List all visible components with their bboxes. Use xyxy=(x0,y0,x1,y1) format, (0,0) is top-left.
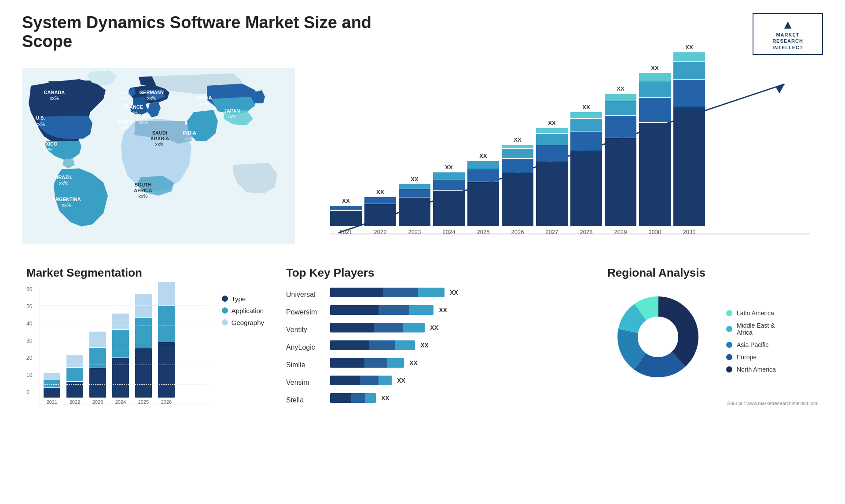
growth-xx-2027: XX xyxy=(548,120,555,126)
player-ventity: Ventity xyxy=(286,324,317,336)
logo-icon: ▲ xyxy=(782,18,794,32)
legend-mea: Middle East &Africa xyxy=(726,322,776,336)
year-label-2023: 2023 xyxy=(408,229,421,235)
legend-north-america: North America xyxy=(726,366,776,373)
legend-label-mea: Middle East &Africa xyxy=(737,322,775,336)
growth-bar-2025: XX 2025 xyxy=(467,153,499,235)
year-label-2021: 2021 xyxy=(340,229,353,235)
players-content: Universal Powersim Ventity AnyLogic Simi… xyxy=(286,286,585,406)
growth-bar-2021: XX 2021 xyxy=(330,197,362,235)
bar-label-anylogic: XX xyxy=(420,342,429,349)
growth-xx-2029: XX xyxy=(617,85,624,92)
growth-bar-2026: XX 2026 xyxy=(502,136,533,235)
seg-legend-application: Application xyxy=(222,307,264,314)
source-text: Source : www.marketresearchintellect.com xyxy=(607,401,819,406)
segmentation-section: Market Segmentation 0 10 20 30 40 50 60 xyxy=(22,262,268,411)
bar-label-stella: XX xyxy=(381,394,389,402)
seg-group-2022: 2022 xyxy=(66,355,83,405)
seg-y-axis: 0 10 20 30 40 50 60 xyxy=(26,286,35,405)
growth-bar-2030: XX 2030 xyxy=(639,65,671,235)
player-anylogic: AnyLogic xyxy=(286,341,317,354)
seg-legend-type-label: Type xyxy=(231,295,246,303)
growth-bar-2024: XX 2024 xyxy=(433,164,465,235)
growth-xx-2026: XX xyxy=(514,136,521,143)
player-bars-list: XX XX xyxy=(330,286,585,406)
growth-xx-2025: XX xyxy=(479,153,487,159)
seg-legend-geography-label: Geography xyxy=(231,319,264,326)
bar-row-anylogic: XX xyxy=(330,339,585,351)
seg-legend: Type Application Geography xyxy=(222,295,264,405)
legend-dot-mea xyxy=(726,326,732,332)
year-label-2026: 2026 xyxy=(511,229,524,235)
map-section: CANADAxx% U.S.xx% MEXICOxx% BRAZILxx% AR… xyxy=(22,64,295,253)
regional-title: Regional Analysis xyxy=(607,266,819,280)
seg-chart-area: 0 10 20 30 40 50 60 xyxy=(26,286,264,405)
player-stella: Stella xyxy=(286,394,317,406)
year-label-2031: 2031 xyxy=(683,229,696,235)
donut-svg xyxy=(607,286,709,387)
seg-group-2024: 2024 xyxy=(112,314,129,405)
legend-dot-europe xyxy=(726,354,732,360)
year-label-2029: 2029 xyxy=(614,229,627,235)
growth-bar-2028: XX 2028 xyxy=(570,104,602,235)
bar-label-ventity: XX xyxy=(430,324,438,331)
growth-bar-2027: XX 2027 xyxy=(536,120,568,235)
segmentation-title: Market Segmentation xyxy=(26,266,264,280)
regional-section: Regional Analysis xyxy=(603,262,823,411)
growth-bar-2029: XX 2029 xyxy=(605,85,636,235)
legend-label-europe: Europe xyxy=(737,354,757,361)
regional-legend: Latin America Middle East &Africa Asia P… xyxy=(726,310,776,373)
bar-row-simile: XX xyxy=(330,357,585,369)
bar-label-simile: XX xyxy=(409,359,418,366)
growth-bar-2031: XX 2031 xyxy=(673,44,705,235)
seg-legend-application-label: Application xyxy=(231,307,264,314)
bar-row-vensim: XX xyxy=(330,374,585,387)
growth-bars-container: XX 2021 XX 2022 xyxy=(326,68,814,235)
player-universal: Universal xyxy=(286,289,317,301)
year-label-2027: 2027 xyxy=(546,229,558,235)
legend-latam: Latin America xyxy=(726,310,776,317)
bar-chart-section: XX 2021 XX 2022 xyxy=(308,64,823,253)
legend-dot-latam xyxy=(726,310,732,316)
growth-bar-2022: XX 2022 xyxy=(364,189,396,235)
bar-row-stella: XX xyxy=(330,392,585,404)
main-content: CANADAxx% U.S.xx% MEXICOxx% BRAZILxx% AR… xyxy=(22,64,823,411)
logo: ▲ MARKETRESEARCHINTELLECT xyxy=(753,13,823,55)
seg-group-2021: 2021 xyxy=(44,373,60,405)
legend-europe: Europe xyxy=(726,354,776,361)
legend-asia: Asia Pacific xyxy=(726,341,776,348)
bar-label-universal: XX xyxy=(450,289,458,296)
type-color-dot xyxy=(222,296,228,302)
bar-row-powersim: XX xyxy=(330,304,585,316)
player-vensim: Vensim xyxy=(286,376,317,389)
seg-group-2026: 2026 xyxy=(158,282,175,405)
bar-label-vensim: XX xyxy=(397,377,405,384)
growth-xx-2028: XX xyxy=(582,104,590,110)
legend-label-latam: Latin America xyxy=(737,310,774,317)
year-label-2025: 2025 xyxy=(477,229,490,235)
legend-dot-north-america xyxy=(726,366,732,373)
seg-legend-geography: Geography xyxy=(222,319,264,326)
logo-text: MARKETRESEARCHINTELLECT xyxy=(772,32,803,51)
growth-xx-2021: XX xyxy=(342,197,349,204)
map-container: CANADAxx% U.S.xx% MEXICOxx% BRAZILxx% AR… xyxy=(22,64,295,248)
seg-bars: 2021 2022 xyxy=(40,286,209,405)
seg-group-2025: 2025 xyxy=(135,294,152,405)
legend-label-asia: Asia Pacific xyxy=(737,341,768,348)
seg-legend-type: Type xyxy=(222,295,264,303)
growth-xx-2022: XX xyxy=(376,189,384,195)
seg-group-2023: 2023 xyxy=(89,332,106,405)
growth-chart-wrapper: XX 2021 XX 2022 xyxy=(326,68,814,253)
donut-hole xyxy=(638,317,678,357)
player-simile: Simile xyxy=(286,359,317,371)
key-players-section: Top Key Players Universal Powersim Venti… xyxy=(282,262,590,411)
geography-color-dot xyxy=(222,319,228,325)
legend-dot-asia xyxy=(726,342,732,348)
year-label-2030: 2030 xyxy=(649,229,661,235)
bar-row-universal: XX xyxy=(330,286,585,299)
growth-bar-2023: XX 2023 xyxy=(399,176,430,235)
legend-label-north-america: North America xyxy=(737,366,776,373)
growth-xx-2024: XX xyxy=(445,164,452,171)
page-title: System Dynamics Software Market Size and… xyxy=(22,13,418,51)
year-label-2028: 2028 xyxy=(580,229,593,235)
